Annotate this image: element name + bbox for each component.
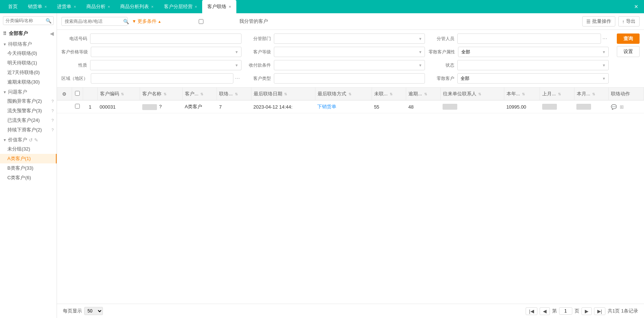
row-this-year: 10995.00 [504,100,540,113]
content-area: 🔍 ▼ 更多条件 ▲ 我分管的客户 ☰ 批量操作 ↑ 导出 [57,13,644,318]
per-page-controls: 每页显示 50 100 200 [63,307,103,315]
sidebar-item-c-class[interactable]: C类客户(6) [0,173,57,183]
close-icon[interactable]: × [229,4,231,9]
person-label: 分管人员 [429,36,454,42]
filter-customer-type: 客户类型 [245,73,425,84]
page-input[interactable] [559,307,572,315]
prev-page-btn[interactable]: ◀ [540,307,550,315]
sidebar-item-ungroup[interactable]: 未分组(32) [0,144,57,154]
sidebar-item-churn-risk[interactable]: 流失预警客户(3) ? [0,106,57,116]
sidebar-item-today[interactable]: 今天待联络(0) [0,49,57,58]
sort-icon: ⇅ [558,92,561,96]
row-checkbox [72,100,83,113]
sidebar-item-declining[interactable]: 持续下滑客户(2) ? [0,125,57,135]
sidebar-item-hoarding[interactable]: 囤购异常客户(2) ? [0,96,57,106]
grid-icon: ⠿ [3,31,7,36]
nav-tab-home[interactable]: 首页 [3,0,23,13]
filter-retail-customer: 零散客户 全部 ▼ [429,73,609,84]
retail-attr-wrap: 全部 ▼ [458,47,609,57]
sidebar-item-churned[interactable]: 已流失客户(24) ? [0,116,57,125]
close-all-button[interactable]: × [631,3,641,11]
sidebar: 🔍 ⠿ 全部客户 ◀ ▼ 待联络客户 今天待联络(0) 明天待联络(1) 近7天… [0,13,57,318]
col-contact: 联络... ⇅ [217,88,251,100]
row-action: 💬 ⊞ [609,100,644,113]
edit-icon[interactable]: ✎ [34,137,38,143]
sidebar-item-tomorrow[interactable]: 明天待联络(1) [0,58,57,68]
customer-type-input[interactable] [274,73,425,84]
status-select[interactable] [457,60,609,70]
my-customers-checkbox[interactable]: 我分管的客户 [164,18,268,25]
nav-tab-analysis[interactable]: 商品分析 × [81,0,115,13]
nav-tab-analysis-list[interactable]: 商品分析列表 × [115,0,158,13]
filter-more-btn[interactable]: ▼ 更多条件 ▲ [132,18,161,25]
search-input[interactable] [61,17,128,26]
row-check[interactable] [75,104,80,109]
sort-icon: ⇅ [478,92,481,96]
col-level: 客户... ⇅ [182,88,217,100]
my-customers-check[interactable] [164,19,238,24]
qr-icon[interactable]: ⊞ [620,104,624,110]
sidebar-item-a-class[interactable]: A类客户(1) [0,154,57,163]
filter-row-1: 电话号码 分管部门 ▼ 分管人员 [61,33,609,44]
sidebar-item-7days[interactable]: 近7天待联络(0) [0,68,57,77]
first-page-btn[interactable]: |◀ [526,307,537,315]
sort-icon: ⇅ [522,92,525,96]
filter-actions: ☰ 批量操作 ↑ 导出 [582,16,640,26]
col-uncontacted: 未联... ⇅ [372,88,406,100]
help-icon: ? [51,99,54,103]
col-settings[interactable]: ⚙ [57,88,72,100]
per-page-select[interactable]: 50 100 200 [84,307,103,315]
per-page-label: 每页显示 [63,308,82,314]
help-icon: ? [51,109,54,113]
retail-customer-select[interactable]: 全部 [457,73,609,84]
sort-icon: ⇅ [592,92,595,96]
col-name: 客户名称 ⇅ [140,88,183,100]
row-settings [57,100,72,113]
dept-select[interactable] [274,33,425,44]
pagination: |◀ ◀ 第 页 ▶ ▶| 共1页 1条记录 [526,307,638,315]
retail-attr-select[interactable]: 全部 [458,47,609,57]
row-code: 000031 [97,100,140,113]
next-page-btn[interactable]: ▶ [582,307,592,315]
arrow-icon: ▼ [3,138,7,142]
export-button[interactable]: ↑ 导出 [618,16,640,26]
last-method-link[interactable]: 下销货单 [317,104,336,109]
select-all-checkbox[interactable] [75,91,80,96]
filter-icon: ▼ [132,19,136,24]
phone-input[interactable] [90,33,242,44]
chat-icon[interactable]: 💬 [611,104,617,110]
close-icon[interactable]: × [151,4,153,9]
payment-select[interactable] [274,60,425,70]
col-num [83,88,97,100]
query-button[interactable]: 查询 [617,33,640,44]
batch-op-button[interactable]: ☰ 批量操作 [582,16,615,26]
more-btn-region[interactable]: ··· [233,75,241,82]
collapse-icon[interactable]: ◀ [50,31,54,36]
price-level-select[interactable] [91,47,242,57]
more-btn-person[interactable]: ··· [601,35,609,42]
settings-button[interactable]: 设置 [617,46,640,57]
last-page-btn[interactable]: ▶| [594,307,605,315]
row-name: ？ [140,100,183,113]
nature-select[interactable] [90,60,242,70]
filter-dept: 分管部门 ▼ [245,33,425,44]
nav-tab-purchase[interactable]: 进货单 × [52,0,81,13]
table-wrap: ⚙ 客户编码 ⇅ 客户名称 ⇅ [57,88,644,304]
customer-level-select[interactable] [274,47,425,57]
contact2-placeholder [443,104,457,110]
close-icon[interactable]: × [108,4,110,9]
nav-tab-customer-mgr[interactable]: 客户分层经营 × [159,0,202,13]
col-last-month: 上月... ⇅ [540,88,574,100]
sidebar-item-overdue[interactable]: 逾期未联络(30) [0,77,57,87]
nav-tab-sales[interactable]: 销货单 × [23,0,52,13]
close-icon[interactable]: × [195,4,197,9]
nav-tab-customer-contact[interactable]: 客户联络 × [202,0,236,13]
refresh-icon[interactable]: ↺ [29,137,33,143]
row-last-date: 2023-04-12 14:44: [251,100,315,113]
person-input[interactable] [457,33,601,44]
close-icon[interactable]: × [74,4,76,9]
region-input[interactable] [91,73,233,84]
sidebar-item-b-class[interactable]: B类客户(33) [0,163,57,173]
top-nav: 首页 销货单 × 进货单 × 商品分析 × 商品分析列表 × 客户分层经营 × … [0,0,644,13]
close-icon[interactable]: × [44,4,47,9]
